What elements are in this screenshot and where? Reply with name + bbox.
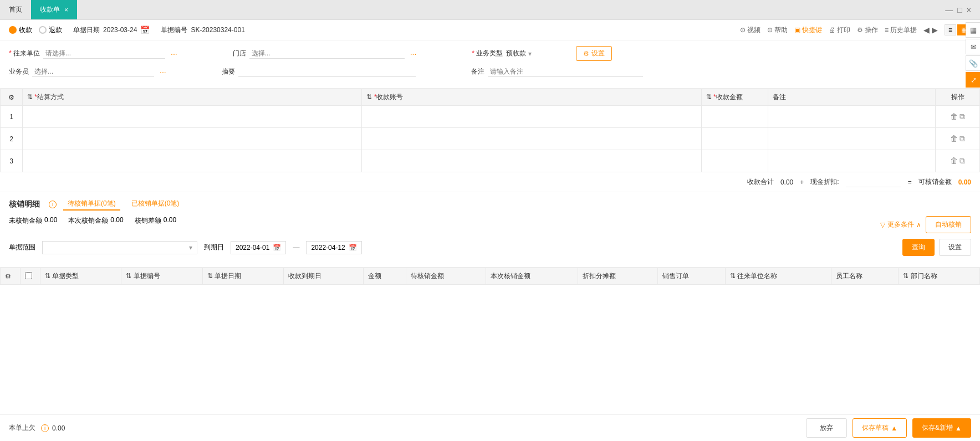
help-btn[interactable]: ⊙ 帮助 <box>767 25 788 35</box>
partner-label: * 往来单位 <box>9 49 40 58</box>
range-arrow-icon: ▾ <box>189 244 192 252</box>
calendar-icon[interactable]: 📅 <box>140 25 150 34</box>
col-doc-no: ⇅ 单据编号 <box>121 268 202 285</box>
cell-note-2[interactable] <box>768 128 935 150</box>
save-new-arrow-icon: ▲ <box>955 424 962 432</box>
delete-icon-2[interactable]: 🗑 <box>950 134 958 143</box>
copy-icon-2[interactable]: ⧉ <box>959 134 965 143</box>
cell-amount-2[interactable] <box>701 128 768 150</box>
receipt-radio[interactable]: 收款 <box>9 25 32 35</box>
footer-info-icon[interactable]: i <box>41 424 49 432</box>
summary-row: 收款合计 0.00 + 现金折扣: = 可核销金额 0.00 <box>0 172 980 192</box>
ops-label: 操作 <box>865 25 878 35</box>
cell-settlement-1[interactable] <box>23 106 362 128</box>
col-staff-name: 员工名称 <box>831 268 899 285</box>
shortcut-btn[interactable]: ▣ 快捷键 <box>794 25 822 35</box>
sort-icon-3[interactable]: ⇅ <box>706 93 712 101</box>
sort-icon-type[interactable]: ⇅ <box>45 272 50 280</box>
table-gear-icon[interactable]: ⚙ <box>8 94 14 101</box>
writeoff-setting-label: 设置 <box>948 243 962 251</box>
list-view-btn[interactable]: ≡ <box>945 24 956 35</box>
print-icon: 🖨 <box>829 26 835 34</box>
auto-writeoff-btn[interactable]: 自动核销 <box>926 216 971 233</box>
range-select[interactable]: ▾ <box>42 241 197 254</box>
nav-prev-icon[interactable]: ◀ <box>923 25 930 34</box>
partner-more-icon[interactable]: ··· <box>171 49 177 58</box>
ops-btn[interactable]: ⚙ 操作 <box>857 25 878 35</box>
sidebar-expand-icon[interactable]: ⤢ <box>966 72 980 88</box>
cell-amount-1[interactable] <box>701 106 768 128</box>
select-all-checkbox[interactable] <box>25 272 32 279</box>
done-tab[interactable]: 已核销单据(0笔) <box>127 198 184 211</box>
cell-settlement-3[interactable] <box>23 150 362 172</box>
tab-close-icon[interactable]: × <box>64 6 68 14</box>
copy-icon-3[interactable]: ⧉ <box>959 156 965 165</box>
date-value[interactable]: 2023-03-24 <box>103 26 137 34</box>
partner-input[interactable] <box>43 48 165 59</box>
setting-btn-label: 设置 <box>591 49 605 58</box>
window-max-icon[interactable]: □ <box>957 6 962 14</box>
gear-icon-bottom[interactable]: ⚙ <box>5 273 11 280</box>
sort-icon[interactable]: ⇅ <box>27 93 33 101</box>
save-new-btn[interactable]: 保存&新增 ▲ <box>912 418 971 438</box>
delete-icon-1[interactable]: 🗑 <box>950 112 958 121</box>
store-more-icon[interactable]: ··· <box>410 49 417 58</box>
cell-note-1[interactable] <box>768 106 935 128</box>
cell-note-3[interactable] <box>768 150 935 172</box>
nav-next-icon[interactable]: ▶ <box>932 25 938 34</box>
refund-radio[interactable]: 退款 <box>39 25 62 35</box>
discount-input[interactable] <box>846 177 901 187</box>
cell-account-3[interactable] <box>362 150 701 172</box>
note-input[interactable] <box>488 66 643 77</box>
store-input[interactable] <box>249 48 405 59</box>
sidebar-email-icon[interactable]: ✉ <box>966 39 980 54</box>
summary-input[interactable] <box>238 66 416 77</box>
delete-icon-3[interactable]: 🗑 <box>950 156 958 165</box>
sort-icon-date[interactable]: ⇅ <box>207 272 213 280</box>
video-btn[interactable]: ⊙ 视频 <box>740 25 760 35</box>
staff-more-icon[interactable]: ··· <box>160 68 166 76</box>
sidebar-clip-icon[interactable]: 📎 <box>966 55 980 71</box>
writeoff-setting-btn[interactable]: 设置 <box>939 239 971 256</box>
discount-label: 现金折扣: <box>810 177 839 187</box>
discard-label: 放弃 <box>820 424 833 432</box>
cell-settlement-2[interactable] <box>23 128 362 150</box>
query-btn[interactable]: 查询 <box>902 239 935 256</box>
copy-icon-1[interactable]: ⧉ <box>959 112 965 121</box>
print-btn[interactable]: 🖨 打印 <box>829 25 850 35</box>
tab-home[interactable]: 首页 <box>0 0 31 19</box>
col-check-all[interactable]: ⚙ <box>1 268 21 285</box>
date-from-input[interactable]: 2022-04-01 📅 <box>231 241 286 254</box>
history-btn[interactable]: ≡ 历史单据 <box>885 25 917 35</box>
biz-type-select[interactable]: 预收款 ▾ <box>506 49 573 58</box>
diff-label: 核销差额 <box>135 216 161 233</box>
sort-icon-2[interactable]: ⇅ <box>366 93 372 101</box>
staff-input[interactable] <box>32 66 154 77</box>
sort-icon-partner[interactable]: ⇅ <box>730 272 736 280</box>
calendar-to-icon: 📅 <box>349 244 357 252</box>
sort-icon-no[interactable]: ⇅ <box>126 272 131 280</box>
refund-radio-dot <box>39 26 47 34</box>
note-field: 备注 <box>471 66 643 77</box>
biz-type-arrow-icon: ▾ <box>528 50 532 58</box>
info-icon[interactable]: i <box>49 201 57 208</box>
more-filter-btn[interactable]: ▽ 更多条件 ∧ <box>880 220 921 229</box>
filter-actions-top: ▽ 更多条件 ∧ 自动核销 <box>880 216 971 233</box>
sidebar-table-icon[interactable]: ▦ <box>966 22 980 38</box>
summary-field: 摘要 <box>222 66 416 77</box>
sort-icon-dept[interactable]: ⇅ <box>903 272 908 280</box>
window-close-icon[interactable]: × <box>967 6 971 14</box>
form-row-2: 业务员 ··· 摘要 备注 <box>9 66 971 77</box>
cell-amount-3[interactable] <box>701 150 768 172</box>
window-min-icon[interactable]: — <box>945 6 953 14</box>
col-gear[interactable]: ⚙ <box>1 89 23 106</box>
save-draft-btn[interactable]: 保存草稿 ▲ <box>853 418 907 438</box>
cell-account-1[interactable] <box>362 106 701 128</box>
cell-account-2[interactable] <box>362 128 701 150</box>
setting-button[interactable]: ⚙ 设置 <box>576 46 612 61</box>
pending-tab[interactable]: 待核销单据(0笔) <box>63 198 120 211</box>
col-checkbox[interactable] <box>21 268 40 285</box>
discard-btn[interactable]: 放弃 <box>806 418 847 438</box>
tab-receipt[interactable]: 收款单 × <box>31 0 77 19</box>
date-to-input[interactable]: 2022-04-12 📅 <box>306 241 361 254</box>
